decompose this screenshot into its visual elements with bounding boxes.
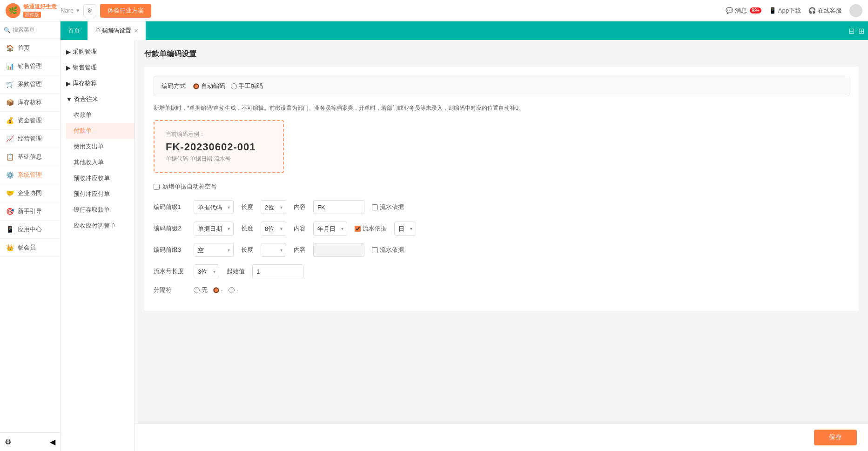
appstore-icon: 📱 bbox=[6, 225, 14, 234]
prefix3-select-wrapper: 单据代码 单据日期 部门 业务员 空 bbox=[194, 243, 234, 257]
sidebar-item-member[interactable]: 👑 畅会员 bbox=[0, 239, 60, 257]
sub-menu-inventory[interactable]: ▶ 库存核算 bbox=[61, 75, 135, 91]
sub-menu-inventory-arrow-icon: ▶ bbox=[66, 80, 71, 87]
sidebar-item-operations[interactable]: 📈 经营管理 bbox=[0, 130, 60, 148]
sub-menu-item-expense[interactable]: 费用支出单 bbox=[66, 139, 135, 155]
prefix3-label: 编码前缀3 bbox=[154, 246, 186, 254]
encoding-method-label: 编码方式 bbox=[161, 82, 186, 90]
tab-home[interactable]: 首页 bbox=[61, 21, 87, 40]
prefix2-content-select[interactable]: 年月日 年月 年 bbox=[313, 222, 347, 236]
encoding-radio-group: 自动编码 手工编码 bbox=[193, 82, 263, 90]
industry-solution-button[interactable]: 体验行业方案 bbox=[100, 4, 151, 18]
sub-menu-capital[interactable]: ▼ 资金往来 bbox=[61, 91, 135, 107]
code-preview-value: FK-20230602-001 bbox=[166, 141, 272, 153]
auto-encode-option[interactable]: 自动编码 bbox=[193, 82, 225, 90]
prefix1-content-input[interactable] bbox=[313, 200, 364, 214]
separator-dot-radio[interactable] bbox=[213, 287, 219, 293]
sub-menu-item-other-income[interactable]: 其他收入单 bbox=[66, 155, 135, 170]
separator-none-option[interactable]: 无 bbox=[194, 286, 208, 294]
prefix2-serial-checkbox[interactable] bbox=[355, 226, 361, 232]
sub-menu-sales[interactable]: ▶ 销售管理 bbox=[61, 60, 135, 75]
sub-menu-sales-arrow-icon: ▶ bbox=[66, 64, 71, 71]
sidebar-item-enterprise[interactable]: 🤝 企业协同 bbox=[0, 184, 60, 202]
sub-menu-item-payment[interactable]: 付款单 bbox=[66, 123, 135, 139]
sub-menu-item-advance-payable[interactable]: 预付冲应付单 bbox=[66, 186, 135, 202]
prefix1-length-wrapper: 2位 4位 6位 8位 bbox=[261, 200, 286, 214]
sidebar-collapse-button[interactable]: ◀ bbox=[50, 438, 55, 446]
prefix2-select-wrapper: 单据代码 单据日期 部门 业务员 空 bbox=[194, 222, 234, 236]
sidebar-item-appstore[interactable]: 📱 应用中心 bbox=[0, 221, 60, 239]
sidebar-search[interactable]: 🔍 搜索菜单 bbox=[0, 21, 60, 39]
tab-serial-setting[interactable]: 单据编码设置 ✕ bbox=[87, 21, 146, 40]
prefix2-content-label: 内容 bbox=[294, 224, 306, 233]
separator-dash-option[interactable]: · bbox=[229, 287, 238, 294]
sub-menu-item-receipt[interactable]: 收款单 bbox=[66, 107, 135, 123]
sidebar-item-home[interactable]: 🏠 首页 bbox=[0, 39, 60, 57]
sub-menu-purchase-arrow-icon: ▶ bbox=[66, 48, 71, 55]
auto-encode-radio[interactable] bbox=[193, 83, 199, 89]
topbar-nav: Nare ▾ bbox=[61, 7, 80, 14]
tab-maximize-button[interactable]: ⊞ bbox=[858, 27, 864, 35]
tabbar: 首页 单据编码设置 ✕ ⊟ ⊞ bbox=[61, 21, 868, 40]
prefix-row-2: 编码前缀2 单据代码 单据日期 部门 业务员 空 长度 bbox=[154, 222, 849, 236]
prefix1-serial-checkbox[interactable] bbox=[372, 204, 378, 210]
content-area: ▶ 采购管理 ▶ 销售管理 ▶ 库存核算 ▼ 资金往来 收款单 bbox=[61, 40, 868, 451]
sidebar-item-guide[interactable]: 🎯 新手引导 bbox=[0, 202, 60, 221]
search-icon: 🔍 bbox=[4, 27, 11, 34]
topbar: 🌿 畅通道好生意 插件版 Nare ▾ ⚙ 体验行业方案 💬 消息 99+ 📱 … bbox=[0, 0, 868, 21]
sub-menu-item-adjust[interactable]: 应收应付调整单 bbox=[66, 218, 135, 234]
message-badge: 99+ bbox=[750, 7, 761, 13]
tabbar-actions: ⊟ ⊞ bbox=[848, 27, 868, 35]
sub-menu-item-advance-receivable[interactable]: 预收冲应收单 bbox=[66, 170, 135, 186]
prefix2-period-select[interactable]: 日 月 年 bbox=[394, 222, 416, 236]
enterprise-icon: 🤝 bbox=[6, 189, 14, 197]
purchase-icon: 🛒 bbox=[6, 80, 14, 88]
separator-label: 分隔符 bbox=[154, 286, 186, 294]
code-preview-label: 当前编码示例： bbox=[166, 130, 272, 138]
code-preview-box: 当前编码示例： FK-20230602-001 单据代码-单据日期-流水号 bbox=[154, 120, 284, 173]
prefix2-serial-checkbox-wrapper[interactable]: 流水依据 bbox=[355, 224, 387, 233]
prefix3-serial-checkbox-wrapper[interactable]: 流水依据 bbox=[372, 246, 404, 254]
prefix3-length-select[interactable]: 2位 4位 bbox=[261, 243, 286, 257]
code-preview-desc: 单据代码-单据日期-流水号 bbox=[166, 155, 272, 163]
save-footer: 保存 bbox=[135, 423, 868, 451]
manual-encode-option[interactable]: 手工编码 bbox=[231, 82, 263, 90]
sidebar-item-sales[interactable]: 📊 销售管理 bbox=[0, 57, 60, 75]
prefix1-length-select[interactable]: 2位 4位 6位 8位 bbox=[261, 200, 286, 214]
topbar-btn-group: ⚙ 体验行业方案 bbox=[83, 4, 151, 18]
inventory-icon: 📦 bbox=[6, 98, 14, 107]
sidebar-item-purchase[interactable]: 🛒 采购管理 bbox=[0, 75, 60, 94]
sidebar-item-basic[interactable]: 📋 基础信息 bbox=[0, 148, 60, 166]
start-value-input[interactable] bbox=[252, 264, 303, 278]
prefix1-serial-checkbox-wrapper[interactable]: 流水依据 bbox=[372, 203, 404, 211]
separator-dash-radio[interactable] bbox=[229, 287, 235, 293]
tab-minimize-button[interactable]: ⊟ bbox=[848, 27, 855, 35]
sub-menu-purchase[interactable]: ▶ 采购管理 bbox=[61, 44, 135, 60]
sidebar-item-capital[interactable]: 💰 资金管理 bbox=[0, 112, 60, 130]
prefix3-serial-checkbox[interactable] bbox=[372, 247, 378, 253]
manual-encode-radio[interactable] bbox=[231, 83, 237, 89]
separator-none-radio[interactable] bbox=[194, 287, 200, 293]
content-wrapper: 首页 单据编码设置 ✕ ⊟ ⊞ ▶ 采购管理 ▶ 销售管理 bbox=[61, 21, 868, 451]
prefix1-select[interactable]: 单据代码 单据日期 部门 业务员 空 bbox=[194, 200, 234, 214]
separator-dot-option[interactable]: · bbox=[213, 287, 223, 294]
settings-button[interactable]: ⚙ bbox=[83, 4, 96, 17]
tab-close-icon[interactable]: ✕ bbox=[134, 28, 138, 34]
auto-fill-row: 新增单据自动补空号 bbox=[154, 182, 849, 191]
sub-menu-item-bank-deposit[interactable]: 银行存取款单 bbox=[66, 202, 135, 218]
app-download-button[interactable]: 📱 App下载 bbox=[769, 7, 801, 15]
messages-button[interactable]: 💬 消息 99+ bbox=[726, 7, 761, 15]
sidebar-settings-button[interactable]: ⚙ bbox=[5, 438, 11, 446]
auto-fill-checkbox[interactable] bbox=[154, 184, 160, 190]
save-button[interactable]: 保存 bbox=[814, 430, 857, 445]
avatar[interactable] bbox=[849, 4, 862, 17]
prefix2-length-select[interactable]: 2位 4位 6位 8位 bbox=[261, 222, 286, 236]
serial-length-select[interactable]: 2位 3位 4位 5位 bbox=[194, 264, 219, 278]
prefix3-select[interactable]: 单据代码 单据日期 部门 业务员 空 bbox=[194, 243, 234, 257]
online-service-button[interactable]: 🎧 在线客服 bbox=[808, 7, 842, 15]
sidebar-item-system[interactable]: ⚙️ 系统管理 bbox=[0, 166, 60, 184]
system-icon: ⚙️ bbox=[6, 171, 14, 179]
sidebar-item-inventory[interactable]: 📦 库存核算 bbox=[0, 94, 60, 112]
sub-sidebar: ▶ 采购管理 ▶ 销售管理 ▶ 库存核算 ▼ 资金往来 收款单 bbox=[61, 40, 135, 451]
prefix2-select[interactable]: 单据代码 单据日期 部门 业务员 空 bbox=[194, 222, 234, 236]
